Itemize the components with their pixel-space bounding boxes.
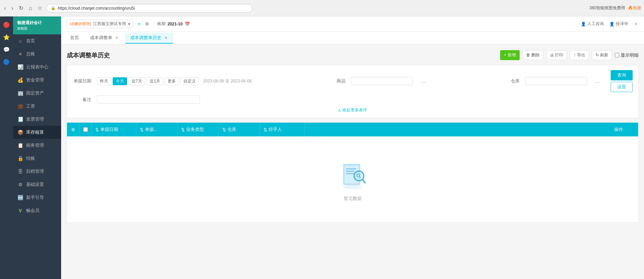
goods-input[interactable]	[351, 77, 413, 85]
app-header: (勿删勿禁用) 江西服宝测试专用 ▾ + ⚙ 账期 2021-10 📅 👤 人工…	[61, 16, 644, 32]
svg-point-0	[343, 185, 362, 189]
col-date[interactable]: ⇅ 单据日期	[92, 123, 136, 136]
sidebar-item-close[interactable]: 🔒 结账	[13, 152, 61, 165]
sidebar-label-ledger: 总账	[26, 51, 35, 57]
sidebar-icon-blue[interactable]: 🔵	[1, 56, 12, 67]
date-btn-today[interactable]: 今天	[113, 77, 127, 85]
sidebar-item-settings[interactable]: ⚙ 基础设置	[13, 178, 61, 191]
search-label: 360智能抠图免费用	[589, 5, 625, 11]
table-gear-btn[interactable]: ⚙	[67, 123, 79, 136]
sidebar-icon-star[interactable]: ⭐	[1, 32, 12, 43]
date-btn-1month[interactable]: 近1月	[147, 77, 163, 85]
sidebar-item-vip[interactable]: V 畅会员	[13, 204, 61, 217]
warehouse-input[interactable]	[525, 77, 587, 85]
sort-icon-number: ⇅	[140, 127, 144, 132]
sort-icon-type: ⇅	[181, 127, 185, 132]
user-avatar-icon: 👤	[609, 22, 614, 26]
sidebar-item-reports[interactable]: 📊 云报表中心	[13, 60, 61, 74]
gear-icon: ⚙	[71, 127, 75, 132]
warehouse-filter-label: 仓库	[501, 78, 520, 84]
add-icon[interactable]: +	[137, 21, 140, 27]
period-value: 2021-10	[168, 22, 183, 26]
main-layout: 🔴 ⭐ 💬 🔵 畅捷通好会计旗舰版 ⌂ 首页 ≡ 总账 📊 云报表中心 💰 资金…	[0, 16, 644, 279]
sidebar-icon-weibo[interactable]: 🔴	[1, 19, 12, 30]
date-btn-7days[interactable]: 近7天	[128, 77, 145, 85]
tab-cost-adjust-history[interactable]: 成本调整单历史 ✕	[125, 33, 173, 44]
sidebar-label-vip: 畅会员	[26, 208, 39, 214]
home-button[interactable]: ⌂	[27, 4, 34, 13]
sidebar-item-payroll[interactable]: 💼 工资	[13, 100, 61, 113]
company-selector[interactable]: (勿删勿禁用) 江西服宝测试专用 ▾	[67, 20, 133, 28]
filter-row-date: 单据日期 昨天 今天 近7天 近1月 更多 自定义 2023-06-06 至 2…	[72, 70, 633, 92]
print-btn[interactable]: 🖨 打印	[546, 50, 567, 60]
dropdown-icon: ▾	[128, 22, 130, 26]
close-period-icon: 🔒	[17, 156, 23, 161]
vip-icon: V	[17, 208, 23, 213]
delete-btn[interactable]: 🗑 删除	[522, 50, 543, 60]
header-right: 👤 人工咨询 👤 徐泽华 ✕	[581, 21, 639, 27]
forward-button[interactable]: ›	[10, 4, 14, 13]
col-type[interactable]: ⇅ 业务类型	[178, 123, 219, 136]
filter-settings-btn[interactable]: 设置	[611, 82, 633, 92]
sidebar-label-assets: 固定资产	[26, 90, 44, 96]
filter-collapse-btn[interactable]: ∧ 收起更多条件	[338, 107, 367, 113]
date-btn-yesterday[interactable]: 昨天	[97, 77, 111, 85]
query-btn[interactable]: 查询	[611, 70, 633, 80]
consultant-btn[interactable]: 👤 人工咨询	[581, 21, 604, 27]
browser-tools: 360智能抠图免费用 🔥热搜	[589, 5, 641, 11]
reports-icon: 📊	[17, 64, 23, 70]
tab-cost-adjust-close[interactable]: ✕	[114, 35, 119, 40]
sidebar-item-ledger[interactable]: ≡ 总账	[13, 47, 61, 60]
date-filter-label: 单据日期	[72, 78, 91, 84]
sidebar-item-inventory[interactable]: 📦 库存核算	[13, 126, 61, 139]
warehouse-dots[interactable]: ...	[595, 78, 600, 84]
tab-cost-adjust[interactable]: 成本调整单 ✕	[85, 33, 124, 44]
sidebar-label-invoice: 发票管理	[26, 116, 44, 122]
sort-icon-warehouse: ⇅	[222, 127, 226, 132]
sidebar-icon-green[interactable]: 💬	[1, 44, 12, 55]
col-type-label: 业务类型	[186, 126, 204, 133]
new-btn[interactable]: + 新增	[500, 50, 519, 60]
sidebar-item-funds[interactable]: 💰 资金管理	[13, 74, 61, 87]
invoice-icon: 🧾	[17, 116, 23, 122]
guide-icon: 🆕	[17, 195, 23, 200]
table-header: ⚙ ⇅ 单据日期 ⇅ 单据... ⇅ 业务类型	[67, 123, 638, 136]
sidebar-item-assets[interactable]: 🏢 固定资产	[13, 87, 61, 100]
remark-input[interactable]	[97, 96, 200, 104]
back-button[interactable]: ‹	[3, 4, 7, 13]
remark-label: 备注	[72, 97, 91, 103]
star-button[interactable]: ☆	[36, 3, 44, 13]
date-btn-more[interactable]: 更多	[165, 77, 179, 85]
sidebar-item-guide[interactable]: 🆕 新手引导	[13, 191, 61, 204]
select-all-checkbox[interactable]	[83, 127, 88, 132]
col-warehouse[interactable]: ⇅ 仓库	[219, 123, 260, 136]
sidebar-item-archive[interactable]: 🗄 归档管理	[13, 165, 61, 178]
nav-sidebar: 畅捷通好会计旗舰版 ⌂ 首页 ≡ 总账 📊 云报表中心 💰 资金管理 🏢 固定资…	[13, 16, 61, 279]
calendar-icon[interactable]: 📅	[185, 22, 190, 26]
page-title: 成本调整单历史	[67, 51, 110, 59]
export-btn[interactable]: ↑ 导出	[570, 50, 589, 60]
period-label: 账期	[157, 21, 166, 27]
close-window-btn[interactable]: ✕	[634, 22, 639, 26]
settings-header-icon[interactable]: ⚙	[145, 21, 149, 26]
table-wrapper: ⚙ ⇅ 单据日期 ⇅ 单据... ⇅ 业务类型	[67, 122, 639, 223]
user-btn[interactable]: 👤 徐泽华	[609, 21, 628, 27]
refresh-btn[interactable]: ↻ 刷新	[592, 50, 612, 60]
sidebar-item-tax[interactable]: 📋 税务管理	[13, 139, 61, 152]
refresh-button[interactable]: ↻	[18, 3, 25, 13]
date-btn-custom[interactable]: 自定义	[180, 77, 199, 85]
tax-icon: 📋	[17, 143, 23, 148]
col-number[interactable]: ⇅ 单据...	[136, 123, 178, 136]
display-detail-checkbox[interactable]	[615, 53, 619, 57]
col-date-label: 单据日期	[100, 126, 118, 133]
sidebar-item-home[interactable]: ⌂ 首页	[13, 34, 61, 47]
company-name: 江西服宝测试专用	[93, 21, 126, 27]
tab-cost-adjust-history-close[interactable]: ✕	[163, 35, 168, 40]
table-select-all[interactable]	[79, 123, 92, 136]
tab-home[interactable]: 首页	[65, 33, 84, 44]
col-person[interactable]: ⇅ 经手人	[260, 123, 305, 136]
sidebar-label-archive: 归档管理	[26, 168, 44, 175]
sidebar-item-invoice[interactable]: 🧾 发票管理	[13, 113, 61, 126]
url-bar[interactable]: 🔒 https://cloud.chanjet.com/accounting/u…	[46, 4, 252, 12]
goods-dots[interactable]: ...	[421, 78, 426, 84]
